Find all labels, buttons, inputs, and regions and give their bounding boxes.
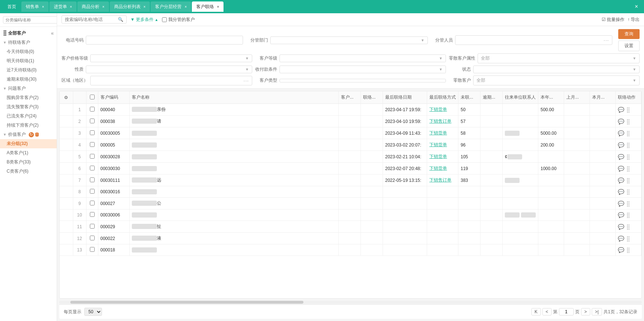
grid-icon[interactable]: ⣿ [626,189,630,195]
grid-icon[interactable]: ⣿ [626,107,630,113]
row-checkbox[interactable] [90,189,95,194]
message-icon[interactable]: 💬 [618,142,624,148]
message-icon[interactable]: 💬 [618,154,624,160]
grid-icon[interactable]: ⣿ [626,130,630,136]
select-all-checkbox[interactable] [90,95,95,99]
row-checkbox[interactable] [90,166,95,170]
sidebar-item-class-a[interactable]: A类客户(1) [0,148,57,158]
grid-icon[interactable]: ⣿ [626,177,630,183]
close-analysis-icon[interactable]: × [102,5,105,9]
last-method-link[interactable]: 下销售订单 [429,177,451,183]
row-checkbox[interactable] [90,130,95,135]
row-checkbox[interactable] [90,119,95,123]
grid-icon[interactable]: ⣿ [626,166,630,172]
message-icon[interactable]: 💬 [618,130,624,136]
sidebar-item-overdue-pending[interactable]: 逾期未联络(30) [0,75,57,84]
grid-icon[interactable]: ⣿ [626,201,630,207]
sidebar-item-class-b[interactable]: B类客户(33) [0,158,57,167]
sidebar-item-week-pending[interactable]: 近7天待联络(0) [0,66,57,75]
sidebar-item-churned[interactable]: 已流失客户(24) [0,112,57,121]
customer-type-select[interactable] [279,79,446,82]
row-checkbox[interactable] [90,224,95,229]
grid-icon[interactable]: ⣿ [626,142,630,148]
grid-icon[interactable]: ⣿ [626,224,630,230]
sidebar-item-churn-warning[interactable]: 流失预警客户(3) [0,102,57,112]
status-select[interactable]: ▼ [473,66,640,73]
grid-icon[interactable]: ⣿ [626,154,630,160]
row-checkbox[interactable] [90,212,95,217]
row-checkbox[interactable] [90,177,95,182]
tab-purchase[interactable]: 进货单 × [49,1,77,12]
last-method-link[interactable]: 下销售订单 [429,119,451,124]
message-icon[interactable]: 💬 [618,212,624,218]
payment-select[interactable]: ▼ [279,66,446,73]
message-icon[interactable]: 💬 [618,236,624,241]
value-group[interactable]: ▼ 价值客户 ↻ ! [0,130,57,139]
sidebar-item-abnormal[interactable]: 囤购异常客户(2) [0,93,57,102]
sidebar-item-class-c[interactable]: C类客户(6) [0,167,57,176]
tab-sales[interactable]: 销售单 × [21,1,49,12]
close-customer-segment-icon[interactable]: × [184,5,187,9]
reset-button[interactable]: 设置 [618,40,640,51]
my-customers-checkbox-area[interactable]: 我分管的客户 [162,17,195,23]
message-icon[interactable]: 💬 [618,247,624,253]
filter-search-input[interactable] [65,17,116,22]
retail-customer-select[interactable]: 全部 ▼ [473,75,640,85]
area-select[interactable]: ··· [90,76,252,85]
horizontal-scrollbar[interactable] [59,301,642,304]
prev-page-button[interactable]: < [542,308,552,315]
message-icon[interactable]: 💬 [618,166,624,172]
sidebar-item-ungrouped[interactable]: 未分组(32) [0,139,57,148]
close-analysis-list-icon[interactable]: × [144,5,146,9]
sidebar-item-declining[interactable]: 持续下滑客户(2) [0,121,57,130]
batch-operations-button[interactable]: ☑ 批量操作 [602,17,624,23]
filter-search-icon[interactable]: 🔍 [118,17,123,22]
last-method-link[interactable]: 下销货单 [429,166,447,171]
my-customers-checkbox[interactable] [162,17,167,22]
page-number-input[interactable] [559,308,574,315]
message-icon[interactable]: 💬 [618,107,624,113]
phone-input[interactable] [86,36,243,45]
close-sales-icon[interactable]: × [42,5,44,9]
close-purchase-icon[interactable]: × [70,5,72,9]
sidebar-search-input[interactable] [3,16,57,24]
price-level-select[interactable]: ▼ [90,54,252,62]
query-button[interactable]: 查询 [618,29,640,39]
dept-select[interactable]: ▼ [270,36,427,44]
more-conditions-button[interactable]: ▼ 更多条件 ▲ [130,17,158,23]
tab-analysis-list[interactable]: 商品分析列表 × [110,1,150,12]
row-checkbox[interactable] [90,154,95,159]
last-method-link[interactable]: 下销货单 [429,130,447,135]
first-page-button[interactable]: K [531,308,541,315]
last-method-link[interactable]: 下销货单 [429,107,447,112]
sidebar-item-today-pending[interactable]: 今天待联络(0) [0,47,57,56]
th-checkbox[interactable] [86,91,98,104]
tab-customer-contact[interactable]: 客户联络 × [192,1,224,12]
message-icon[interactable]: 💬 [618,201,624,207]
grid-icon[interactable]: ⣿ [626,119,630,124]
message-icon[interactable]: 💬 [618,224,624,230]
close-customer-contact-icon[interactable]: × [217,5,219,9]
filter-search-box[interactable]: 🔍 [61,15,127,24]
grid-icon[interactable]: ⣿ [626,212,630,218]
retail-attr-select[interactable]: 全部 ▼ [478,53,640,63]
message-icon[interactable]: 💬 [618,119,624,124]
row-checkbox[interactable] [90,107,95,112]
tab-customer-segment[interactable]: 客户分层经营 × [151,1,191,12]
last-method-link[interactable]: 下销货单 [429,142,447,147]
row-checkbox[interactable] [90,142,95,147]
grid-icon[interactable]: ⣿ [626,247,630,253]
gender-select[interactable]: ▼ [86,66,252,73]
pending-group[interactable]: ▼ 待联络客户 [0,38,57,47]
row-checkbox[interactable] [90,247,95,252]
manager-select[interactable]: ··· [455,35,612,45]
last-method-link[interactable]: 下销货单 [429,154,447,159]
row-checkbox[interactable] [90,236,95,240]
tab-analysis[interactable]: 商品分析 × [77,1,109,12]
collapse-icon[interactable]: « [51,30,54,36]
sidebar-item-tomorrow-pending[interactable]: 明天待联络(1) [0,56,57,66]
th-settings[interactable]: ⚙ [60,91,73,104]
all-customers-header[interactable]: ⣿全部客户 « [0,27,57,38]
message-icon[interactable]: 💬 [618,189,624,195]
message-icon[interactable]: 💬 [618,177,624,183]
